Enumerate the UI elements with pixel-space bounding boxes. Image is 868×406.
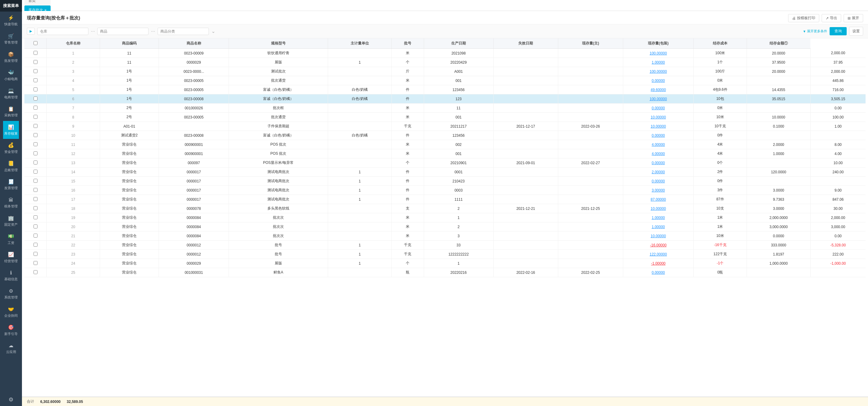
row-checkbox[interactable]: [34, 243, 37, 247]
cell-9[interactable]: -16.00000: [623, 241, 693, 250]
table-settings-button[interactable]: 设置: [849, 27, 863, 36]
cell-9[interactable]: 1.00000: [623, 213, 693, 222]
goods-dots[interactable]: ···: [151, 29, 155, 34]
cell-9[interactable]: 0.00000: [623, 158, 693, 168]
row-checkbox[interactable]: [34, 51, 37, 55]
cell-9[interactable]: 3.00000: [623, 186, 693, 195]
cell-9[interactable]: 10.00000: [623, 232, 693, 241]
cell-9[interactable]: 0.00000: [623, 268, 693, 277]
sidebar-logo[interactable]: 搜索菜单: [0, 0, 22, 11]
cell-0: 13: [46, 158, 100, 168]
row-checkbox[interactable]: [34, 60, 37, 64]
row-checkbox[interactable]: [34, 115, 37, 119]
sidebar-settings[interactable]: ⚙: [0, 393, 22, 406]
cell-9[interactable]: 0.00000: [623, 177, 693, 186]
cell-1: 营业综仓: [100, 222, 159, 232]
sidebar-item-企业协同[interactable]: 🤝企业协同: [3, 303, 19, 321]
row-checkbox[interactable]: [34, 124, 37, 128]
cell-10: 10米: [693, 113, 747, 122]
cell-9[interactable]: 100.00000: [623, 49, 693, 58]
cell-9[interactable]: 0.00000: [623, 104, 693, 113]
sidebar-item-工资[interactable]: 💵工资: [3, 230, 19, 248]
cell-11: [747, 158, 810, 168]
sidebar-item-快捷导航[interactable]: ⚡快捷导航: [3, 11, 19, 30]
cell-9[interactable]: 1.00000: [623, 58, 693, 67]
row-checkbox[interactable]: [34, 142, 37, 146]
row-checkbox[interactable]: [34, 188, 37, 192]
cell-9[interactable]: 0.00000: [623, 76, 693, 85]
row-checkbox[interactable]: [34, 197, 37, 201]
sidebar-item-税务管理[interactable]: 🏛税务管理: [3, 194, 19, 212]
cell-9[interactable]: 100.00000: [623, 67, 693, 76]
cell-9[interactable]: 2.00000: [623, 168, 693, 177]
goods-input[interactable]: [97, 28, 149, 35]
select-all-checkbox[interactable]: [34, 41, 37, 45]
row-checkbox[interactable]: [34, 133, 37, 137]
cell-4: 1: [328, 259, 392, 268]
row-checkbox[interactable]: [34, 225, 37, 229]
cell-7: [493, 250, 558, 259]
tab-首页[interactable]: 首页: [24, 0, 51, 5]
cell-9[interactable]: 10.00000: [623, 204, 693, 213]
cell-12: 240.00: [810, 168, 866, 177]
row-checkbox[interactable]: [34, 261, 37, 265]
sidebar-item-零售管理[interactable]: 🛒零售管理: [3, 30, 19, 48]
cell-9[interactable]: 100.00000: [623, 94, 693, 104]
row-checkbox[interactable]: [34, 97, 37, 101]
warehouse-dots[interactable]: ···: [91, 29, 95, 34]
cell-12: 9.00: [810, 186, 866, 195]
sidebar-item-新手引导[interactable]: 🎯新手引导: [3, 321, 19, 339]
row-checkbox[interactable]: [34, 170, 37, 174]
filter-expand-btn[interactable]: ▶: [27, 28, 35, 35]
sidebar-item-批发管理[interactable]: 📦批发管理: [3, 48, 19, 66]
sidebar-item-库存核算[interactable]: 📊库存核算: [3, 121, 19, 139]
row-checkbox[interactable]: [34, 179, 37, 183]
row-checkbox[interactable]: [34, 151, 37, 155]
cell-9[interactable]: 0.00000: [623, 131, 693, 140]
cell-1: 营业综仓: [100, 268, 159, 277]
sidebar-item-固定资产[interactable]: 🏢固定资产: [3, 212, 19, 230]
row-checkbox[interactable]: [34, 161, 37, 165]
sidebar-item-资金管理[interactable]: 💰资金管理: [3, 139, 19, 157]
sidebar-item-小鲸电商[interactable]: 🐳小鲸电商: [3, 66, 19, 84]
row-checkbox[interactable]: [34, 252, 37, 256]
sidebar-item-采购管理[interactable]: 📋采购管理: [3, 103, 19, 121]
sidebar-item-经营管理[interactable]: 📈经营管理: [3, 248, 19, 267]
row-checkbox[interactable]: [34, 234, 37, 238]
cell-9[interactable]: -1.00000: [623, 259, 693, 268]
row-checkbox[interactable]: [34, 206, 37, 210]
row-checkbox[interactable]: [34, 88, 37, 91]
cell-9[interactable]: 4.00000: [623, 140, 693, 149]
sidebar-item-系统管理[interactable]: ⚙系统管理: [3, 285, 19, 303]
expand-conditions-btn[interactable]: ▼ 展开更多条件: [803, 29, 827, 34]
cell-7: [493, 186, 558, 195]
category-input[interactable]: [158, 28, 209, 35]
row-checkbox[interactable]: [34, 69, 37, 73]
row-checkbox[interactable]: [34, 270, 37, 274]
cell-5: 米: [392, 222, 424, 232]
sidebar-item-发票管理[interactable]: 🧾发票管理: [3, 175, 19, 194]
expand-button[interactable]: ⊞ 展开: [844, 14, 863, 22]
sidebar-item-云应用[interactable]: ☁云应用: [3, 339, 19, 358]
export-button[interactable]: ↗ 导出: [822, 14, 841, 22]
category-dropdown[interactable]: ⌄: [211, 28, 215, 34]
row-checkbox[interactable]: [34, 106, 37, 110]
cell-9[interactable]: 49.60000: [623, 85, 693, 94]
warehouse-input[interactable]: [37, 28, 88, 35]
print-button[interactable]: 🖨 按模板打印: [788, 14, 819, 22]
col-header-5: 主计量单位: [328, 38, 392, 49]
cell-9[interactable]: 10.00000: [623, 122, 693, 131]
cell-9[interactable]: 122.00000: [623, 250, 693, 259]
cell-9[interactable]: 87.00000: [623, 195, 693, 204]
sidebar-item-总账管理[interactable]: 📒总账管理: [3, 157, 19, 175]
sidebar-item-电商管理[interactable]: 💻电商管理: [3, 84, 19, 103]
search-button[interactable]: 查询: [830, 27, 847, 35]
sidebar-item-基础信息[interactable]: ℹ基础信息: [3, 267, 19, 285]
cell-8: [558, 85, 623, 94]
cell-9[interactable]: 4.00000: [623, 149, 693, 158]
cell-9[interactable]: 10.00000: [623, 113, 693, 122]
cell-9[interactable]: 1.00000: [623, 222, 693, 232]
row-checkbox[interactable]: [34, 78, 37, 82]
cell-12: 100.00: [810, 113, 866, 122]
row-checkbox[interactable]: [34, 215, 37, 219]
